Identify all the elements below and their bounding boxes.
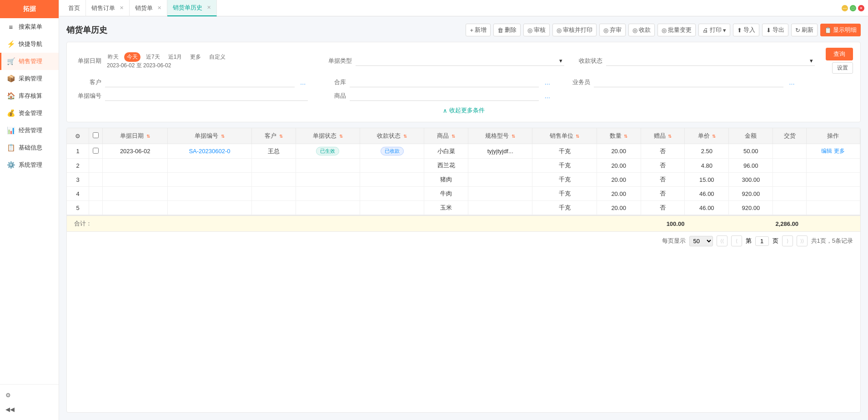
refresh-button[interactable]: ↻ 刷新 (791, 24, 818, 36)
sidebar-item-operations[interactable]: 📊 经营管理 (0, 122, 59, 139)
export-button[interactable]: ⬇ 导出 (762, 24, 788, 36)
select-all-checkbox[interactable] (93, 132, 99, 138)
warehouse-ellipsis-btn[interactable]: … (542, 79, 552, 86)
th-gear[interactable]: ⚙ (67, 128, 89, 144)
abandon-button[interactable]: ◎ 弃审 (599, 24, 626, 36)
sidebar: 拓据 ≡ 搜索菜单 ⚡ 快捷导航 🛒 销售管理 📦 采购管理 🏠 库存核算 💰 … (0, 0, 59, 420)
import-button[interactable]: ⬆ 导入 (733, 24, 759, 36)
sidebar-item-quick-nav[interactable]: ⚡ 快捷导航 (0, 35, 59, 53)
collect-button[interactable]: ◎ 收款 (628, 24, 655, 36)
filter-doctype-field: 单据类型 ▾ (325, 56, 564, 66)
tab-sales-order-close[interactable]: ✕ (120, 5, 124, 11)
maximize-btn[interactable]: □ (850, 5, 856, 11)
sort-unit-price-icon[interactable]: ⇅ (712, 134, 716, 139)
sidebar-item-inventory[interactable]: 🏠 库存核算 (0, 87, 59, 105)
sort-doc-date-icon[interactable]: ⇅ (146, 134, 150, 139)
minimize-btn[interactable]: — (842, 5, 848, 11)
prev-page-btn[interactable]: ⟨ (731, 235, 742, 246)
sidebar-item-system[interactable]: ⚙️ 系统管理 (0, 156, 59, 174)
sort-customer-icon[interactable]: ⇅ (279, 134, 283, 139)
filter-area: 单据日期 昨天 今天 近7天 近1月 更多 自定义 2023-06-02 至 2… (66, 42, 861, 122)
sort-gift-icon[interactable]: ⇅ (668, 134, 672, 139)
sort-doc-status-icon[interactable]: ⇅ (339, 134, 343, 139)
th-doc-no: 单据编号 ⇅ (168, 128, 252, 144)
close-btn[interactable]: ✕ (858, 5, 864, 11)
sort-product-icon[interactable]: ⇅ (452, 134, 455, 139)
first-page-btn[interactable]: ⟨⟨ (717, 235, 728, 246)
doc-no-link[interactable]: SA-20230602-0 (189, 148, 230, 155)
filter-doctype-select[interactable]: ▾ (356, 56, 564, 66)
filter-docno-input[interactable] (105, 91, 308, 101)
page-header: 销货单历史 + 新增 🗑 删除 ◎ 审核 ◎ 审核并打印 (66, 24, 861, 36)
shortcut-7days[interactable]: 近7天 (143, 52, 163, 62)
cell-doc-status (296, 201, 360, 215)
sort-doc-no-icon[interactable]: ⇅ (221, 134, 225, 139)
audit-print-button[interactable]: ◎ 审核并打印 (552, 24, 597, 36)
sidebar-item-sales[interactable]: 🛒 销售管理 (0, 53, 59, 70)
date-shortcut-row: 昨天 今天 近7天 近1月 更多 自定义 (105, 52, 314, 62)
collect-icon: ◎ (632, 27, 637, 34)
tab-sales-history-close[interactable]: ✕ (207, 5, 211, 10)
audit-button[interactable]: ◎ 审核 (523, 24, 550, 36)
summary-row: 合计： 100.00 2,286.00 (67, 215, 860, 231)
filter-payment-select[interactable]: ▾ (606, 56, 815, 66)
tab-home[interactable]: 首页 (63, 0, 86, 16)
sort-quantity-icon[interactable]: ⇅ (624, 134, 627, 139)
filter-settings-btn[interactable]: 设置 (832, 62, 853, 74)
gear-icon[interactable]: ⚙ (75, 133, 80, 140)
product-ellipsis-btn[interactable]: … (542, 93, 552, 100)
sidebar-collapse-btn[interactable]: ◀◀ (0, 402, 59, 416)
sidebar-item-finance[interactable]: 💰 资金管理 (0, 105, 59, 122)
search-menu-icon: ≡ (7, 23, 15, 31)
shortcut-custom[interactable]: 自定义 (206, 52, 228, 62)
tab-sales-delivery-close[interactable]: ✕ (157, 5, 161, 11)
filter-customer-field: 客户 … (74, 77, 308, 87)
cell-payment-status (360, 187, 424, 201)
delete-button[interactable]: 🗑 删除 (493, 24, 521, 36)
filter-date-label: 单据日期 (74, 57, 101, 65)
tab-sales-delivery[interactable]: 销货单 ✕ (130, 0, 167, 16)
shortcut-1month[interactable]: 近1月 (166, 52, 185, 62)
row-checkbox[interactable] (93, 148, 99, 154)
shortcut-today[interactable]: 今天 (124, 52, 140, 62)
tab-sales-history[interactable]: 销货单历史 ✕ (167, 0, 217, 16)
shortcut-yesterday[interactable]: 昨天 (105, 52, 121, 62)
sidebar-settings-btn[interactable]: ⚙ (0, 388, 59, 402)
next-page-btn[interactable]: ⟩ (782, 235, 793, 246)
print-button[interactable]: 🖨 打印 ▾ (698, 24, 730, 36)
filter-customer-input[interactable] (105, 77, 295, 87)
page-size-select[interactable]: 50 100 200 (689, 236, 713, 246)
new-button[interactable]: + 新增 (466, 24, 491, 36)
last-page-btn[interactable]: ⟩⟩ (797, 235, 808, 246)
tab-sales-order[interactable]: 销售订单 ✕ (86, 0, 130, 16)
cell-product: 牛肉 (424, 187, 468, 201)
cell-product: 西兰花 (424, 159, 468, 173)
shortcut-more[interactable]: 更多 (187, 52, 204, 62)
filter-collapse-btn[interactable]: ∧ 收起更多条件 (74, 105, 853, 116)
sort-payment-status-icon[interactable]: ⇅ (403, 134, 407, 139)
sidebar-item-search-menu[interactable]: ≡ 搜索菜单 (0, 18, 59, 35)
filter-warehouse-input[interactable] (350, 77, 539, 87)
sidebar-item-purchase[interactable]: 📦 采购管理 (0, 70, 59, 87)
page-number-input[interactable] (755, 236, 769, 246)
customer-ellipsis-btn[interactable]: … (298, 79, 308, 86)
cell-customer: 王总 (251, 144, 296, 159)
cell-checkbox (89, 187, 103, 201)
query-button[interactable]: 查询 (826, 48, 853, 60)
edit-action-btn[interactable]: 编辑 (821, 147, 832, 155)
more-action-btn[interactable]: 更多 (834, 147, 845, 155)
show-details-button[interactable]: 📋 显示明细 (820, 24, 861, 36)
sort-sales-unit-icon[interactable]: ⇅ (576, 134, 579, 139)
th-checkbox (89, 128, 103, 144)
toolbar: + 新增 🗑 删除 ◎ 审核 ◎ 审核并打印 ◎ 弃审 (466, 24, 861, 36)
cell-gift: 否 (641, 159, 685, 173)
filter-product-input[interactable] (350, 91, 539, 101)
sidebar-item-basic-info[interactable]: 📋 基础信息 (0, 139, 59, 156)
filter-salesperson-input[interactable] (594, 77, 783, 87)
cell-gift: 否 (641, 201, 685, 215)
batch-change-button[interactable]: ◎ 批量变更 (657, 24, 696, 36)
salesperson-ellipsis-btn[interactable]: … (787, 79, 797, 86)
sort-spec-type-icon[interactable]: ⇅ (512, 134, 515, 139)
cell-doc-status (296, 187, 360, 201)
cell-sales-unit: 千克 (532, 144, 597, 159)
